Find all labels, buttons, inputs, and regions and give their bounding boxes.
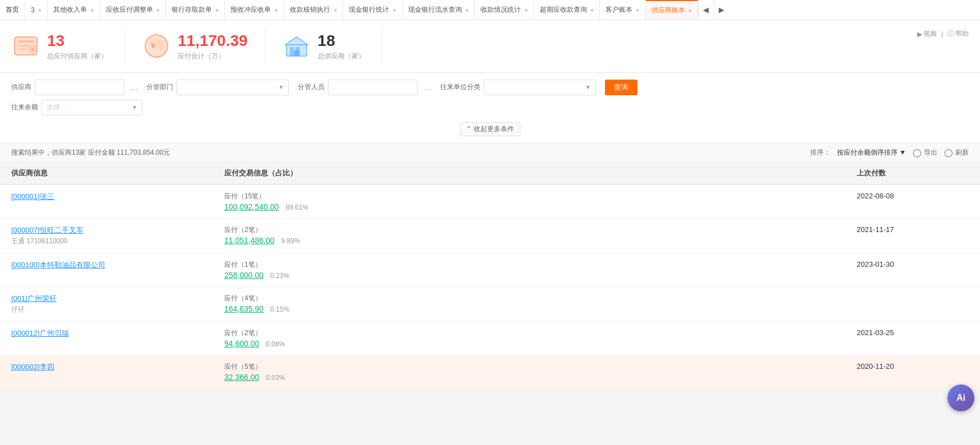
supplier-filter-label: 供应商 — [11, 82, 31, 92]
balance-placeholder: 选择... — [47, 103, 66, 112]
close-tab-cash-stats[interactable]: × — [392, 7, 396, 13]
close-tab-other-income[interactable]: × — [90, 7, 94, 13]
nav-tab-customer-ledger[interactable]: 客户账本 × — [600, 0, 645, 20]
close-tab-collection[interactable]: × — [334, 7, 337, 13]
total-suppliers-icon — [282, 31, 311, 61]
summary-card-payable-suppliers: ¥ 13 总应付供应商（家） — [11, 27, 125, 66]
close-tab-adjust[interactable]: × — [156, 7, 160, 13]
results-bar: 搜索结果中，供应商13家 应付金额 111,703,854.00元 排序： 按应… — [0, 143, 980, 163]
table-row[interactable]: [000002]李四 应付（5笔） 32,366.00 0.03% 2020-1… — [0, 355, 980, 389]
svg-rect-2 — [18, 45, 29, 47]
nav-tab-3[interactable]: 3 × — [25, 0, 48, 20]
trans-amount[interactable]: 164,635.90 — [224, 304, 264, 313]
category-select[interactable]: ▼ — [484, 80, 596, 95]
supplier-name-link[interactable]: [000007]恒旺二手叉车 — [11, 225, 224, 235]
category-filter-label: 往来单位分类 — [440, 82, 480, 92]
top-nav: 首页 3 × 其他收入单 × 应收应付调整单 × 银行存取款单 × 预收冲应收单… — [0, 0, 980, 20]
refresh-button[interactable]: ◯ 刷新 — [944, 148, 969, 157]
transaction-cell: 应付（4笔） 164,635.90 0.15% — [224, 294, 857, 313]
trans-label: 应付（4笔） — [224, 294, 857, 303]
trans-label: 应付（1笔） — [224, 260, 857, 270]
search-button[interactable]: 查询 — [605, 80, 637, 95]
col-header-transaction: 应付交易信息（占比） — [224, 168, 857, 178]
total-suppliers-number: 18 — [318, 31, 365, 50]
trans-amount[interactable]: 11,051,486.00 — [224, 236, 275, 245]
table-row[interactable]: [000012]广州贝瑞 应付（2笔） 94,600.00 0.08% 2021… — [0, 322, 980, 355]
main-table: 供应商信息 应付交易信息（占比） 上次付数 [000001]张三 应付（15笔）… — [0, 163, 980, 389]
nav-tab-overdue[interactable]: 超期应收款查询 × — [534, 0, 600, 20]
nav-tab-cash-flow[interactable]: 现金银行流水查询 × — [403, 0, 475, 20]
nav-tab-bank[interactable]: 银行存取款单 × — [166, 0, 225, 20]
nav-prev-arrow[interactable]: ◀ — [698, 0, 714, 20]
svg-text:¥: ¥ — [30, 47, 34, 53]
nav-tab-supplier-ledger[interactable]: 供应商账本 × — [646, 0, 698, 20]
svg-rect-3 — [18, 48, 27, 50]
supplier-name-link[interactable]: [001]广州荣轩 — [11, 294, 224, 304]
transaction-cell: 应付（1笔） 258,000.00 0.23% — [224, 260, 857, 280]
table-row[interactable]: [001]广州荣轩 仔仔 应付（4笔） 164,635.90 0.15% — [0, 287, 980, 322]
payable-suppliers-number: 13 — [47, 31, 108, 50]
supplier-ellipsis-btn[interactable]: ... — [130, 82, 137, 92]
svg-text:¥: ¥ — [151, 41, 155, 50]
refresh-icon: ◯ — [944, 148, 953, 157]
balance-select[interactable]: 选择... ▼ — [41, 100, 142, 115]
close-tab-supplier-ledger[interactable]: × — [688, 7, 692, 14]
supplier-cell: [001]广州荣轩 仔仔 — [11, 294, 224, 314]
close-tab-customer-ledger[interactable]: × — [636, 7, 639, 13]
nav-tab-collection-stats[interactable]: 收款情况统计 × — [475, 0, 534, 20]
supplier-name-link[interactable]: [000012]广州贝瑞 — [11, 328, 224, 339]
nav-tab-other-income[interactable]: 其他收入单 × — [48, 0, 100, 20]
table-row[interactable]: [000100]本特勒油品有限公司 应付（1笔） 258,000.00 0.23… — [0, 253, 980, 287]
category-chevron-icon: ▼ — [585, 84, 591, 90]
nav-tab-advance[interactable]: 预收冲应收单 × — [225, 0, 284, 20]
nav-next-arrow[interactable]: ▶ — [714, 0, 729, 20]
close-tab-3[interactable]: × — [38, 7, 41, 13]
table-row[interactable]: [000001]张三 应付（15笔） 100,092,540.00 89.61%… — [0, 185, 980, 219]
results-summary: 搜索结果中，供应商13家 应付金额 111,703,854.00元 — [11, 148, 170, 157]
supplier-name-link[interactable]: [000100]本特勒油品有限公司 — [11, 260, 224, 270]
top-right-links: ▶ 视频 | ⓘ 帮助 — [917, 29, 969, 39]
trans-amount[interactable]: 258,000.00 — [224, 271, 264, 280]
export-icon: ◯ — [913, 148, 922, 157]
person-ellipsis-btn[interactable]: ... — [423, 82, 431, 92]
sort-select[interactable]: 按应付余额倒序排序 ▼ — [837, 148, 906, 157]
close-tab-collection-stats[interactable]: × — [524, 7, 528, 13]
nav-tab-cash-stats[interactable]: 现金银行统计 × — [343, 0, 402, 20]
close-tab-cash-flow[interactable]: × — [465, 7, 469, 13]
supplier-name-link[interactable]: [000002]李四 — [11, 362, 224, 372]
filter-dept: 分管部门 ▼ — [146, 80, 289, 95]
trans-amount[interactable]: 94,600.00 — [224, 339, 259, 348]
supplier-cell: [000100]本特勒油品有限公司 — [11, 260, 224, 270]
trans-pct: 9.89% — [281, 237, 301, 245]
table-row[interactable]: [000007]恒旺二手叉车 王通 17106110000 应付（2笔） 11,… — [0, 219, 980, 253]
dept-select[interactable]: ▼ — [177, 80, 289, 95]
trans-amount-row: 94,600.00 0.08% — [224, 339, 857, 348]
close-tab-bank[interactable]: × — [215, 7, 219, 13]
collapse-button[interactable]: ⌃ 收起更多条件 — [460, 122, 520, 136]
total-payable-content: 11,170.39 应付合计（万） — [178, 31, 248, 61]
total-suppliers-content: 18 总供应商（家） — [318, 31, 365, 61]
svg-point-8 — [155, 40, 164, 49]
trans-pct: 89.61% — [285, 203, 308, 211]
lastpay-cell: 2020-11-20 — [857, 362, 969, 370]
person-input[interactable] — [328, 80, 418, 95]
trans-amount-row: 32,366.00 0.03% — [224, 373, 857, 382]
trans-amount[interactable]: 32,366.00 — [224, 373, 259, 382]
supplier-name-link[interactable]: [000001]张三 — [11, 192, 224, 202]
svg-rect-13 — [294, 50, 299, 56]
lastpay-cell: 2023-01-30 — [857, 260, 969, 268]
supplier-input[interactable] — [35, 80, 124, 95]
trans-amount[interactable]: 100,092,540.00 — [224, 202, 279, 211]
sort-label: 排序： — [810, 148, 830, 157]
close-tab-overdue[interactable]: × — [590, 7, 594, 13]
nav-tab-collection[interactable]: 收款核销执行 × — [284, 0, 343, 20]
close-tab-advance[interactable]: × — [274, 7, 278, 13]
trans-label: 应付（5笔） — [224, 362, 857, 372]
nav-tab-adjust[interactable]: 应收应付调整单 × — [100, 0, 166, 20]
export-button[interactable]: ◯ 导出 — [913, 148, 937, 157]
help-icon: ⓘ — [947, 29, 954, 39]
supplier-sub-info: 仔仔 — [11, 305, 224, 314]
help-link[interactable]: ⓘ 帮助 — [947, 29, 969, 39]
video-link[interactable]: ▶ 视频 — [917, 29, 937, 39]
nav-tab-home[interactable]: 首页 — [0, 0, 25, 20]
